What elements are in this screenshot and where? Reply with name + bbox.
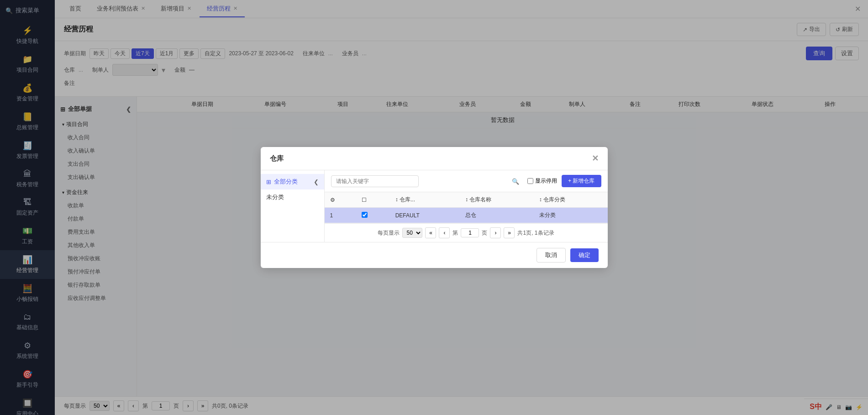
modal-close-btn[interactable]: ✕: [592, 153, 599, 163]
modal-first-page[interactable]: «: [425, 227, 436, 238]
modal-left-unclassified[interactable]: 未分类: [261, 189, 324, 205]
row-category: 未分类: [534, 208, 608, 223]
warehouse-row[interactable]: 1 DEFAULT 总仓 未分类: [325, 208, 608, 223]
confirm-button[interactable]: 确定: [570, 248, 599, 262]
modal-left-collapse[interactable]: ❮: [314, 179, 319, 185]
modal-right-panel: 🔍 显示停用 + 新增仓库 ⚙☐↕ 仓库...↕ 仓库名称↕ 仓库分类 1: [325, 170, 608, 242]
modal-toolbar: 🔍 显示停用 + 新增仓库: [325, 170, 608, 192]
modal-page-input[interactable]: [461, 228, 479, 237]
modal-header: 仓库 ✕: [261, 147, 608, 170]
warehouse-modal: 仓库 ✕ ⊞ 全部分类 ❮ 未分类 🔍: [261, 147, 608, 268]
row-checkbox[interactable]: [356, 208, 390, 223]
modal-th-1: ☐: [356, 192, 390, 208]
row-code: DEFAULT: [390, 208, 460, 223]
modal-page-size-select[interactable]: 50: [402, 228, 422, 238]
modal-table-wrap: ⚙☐↕ 仓库...↕ 仓库名称↕ 仓库分类 1 DEFAULT 总仓 未分类: [325, 192, 608, 223]
modal-th-4: ↕ 仓库分类: [534, 192, 608, 208]
modal-overlay: 仓库 ✕ ⊞ 全部分类 ❮ 未分类 🔍: [0, 0, 868, 415]
modal-next-page[interactable]: ›: [490, 227, 501, 238]
show-disabled-checkbox-label[interactable]: 显示停用: [527, 177, 557, 185]
show-disabled-checkbox[interactable]: [527, 178, 533, 184]
modal-th-3: ↕ 仓库名称: [460, 192, 534, 208]
add-warehouse-btn[interactable]: + 新增仓库: [562, 175, 601, 187]
grid-icon: ⊞: [266, 179, 271, 185]
search-icon[interactable]: 🔍: [512, 178, 519, 184]
modal-last-page[interactable]: »: [504, 227, 515, 238]
modal-pagination: 每页显示 50 « ‹ 第 页 › » 共1页, 1条记录: [325, 223, 608, 242]
modal-left-all[interactable]: ⊞ 全部分类 ❮: [261, 174, 324, 189]
warehouse-search-input[interactable]: [331, 175, 419, 187]
modal-left-panel: ⊞ 全部分类 ❮ 未分类: [261, 170, 325, 242]
modal-body: ⊞ 全部分类 ❮ 未分类 🔍 显示停用: [261, 170, 608, 242]
search-wrap: 🔍: [331, 175, 523, 187]
modal-actions: 取消 确定: [261, 242, 608, 268]
modal-th-2: ↕ 仓库...: [390, 192, 460, 208]
cancel-button[interactable]: 取消: [537, 248, 566, 263]
modal-title: 仓库: [270, 154, 284, 163]
warehouse-table: ⚙☐↕ 仓库...↕ 仓库名称↕ 仓库分类 1 DEFAULT 总仓 未分类: [325, 192, 608, 223]
modal-prev-page[interactable]: ‹: [439, 227, 450, 238]
row-name: 总仓: [460, 208, 534, 223]
modal-th-0: ⚙: [325, 192, 357, 208]
row-index: 1: [325, 208, 357, 223]
